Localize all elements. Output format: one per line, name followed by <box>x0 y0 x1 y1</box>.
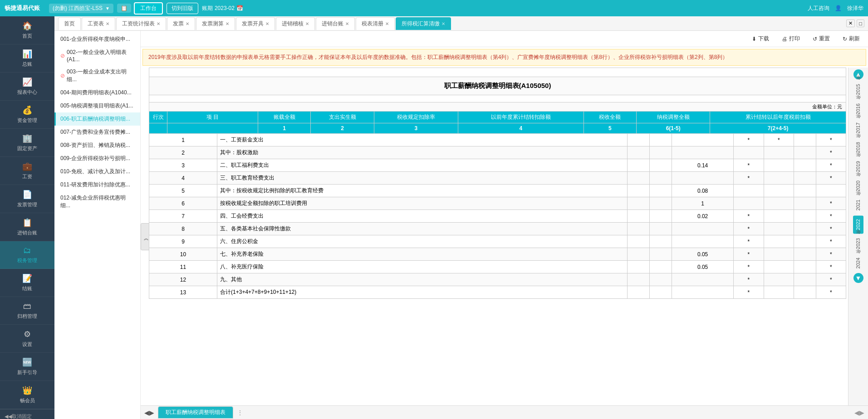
close-tab-invoice[interactable]: ✕ <box>186 21 189 26</box>
table-container[interactable]: 职工薪酬纳税调整明细表(A105050) 金额单位：元 <box>147 68 848 405</box>
table-cell[interactable]: 五、各类基本社会保障性缴款 <box>217 223 628 235</box>
table-cell[interactable]: 三、职工教育经费支出 <box>217 172 628 185</box>
company-selector[interactable]: (勿删) 江西皓宝-LSS ▼ <box>49 4 113 13</box>
sidebar-item-home[interactable]: 🏠 首页 <box>0 16 54 44</box>
table-cell[interactable] <box>764 146 794 159</box>
left-menu-003[interactable]: ⊘ 003-一般企业成本支出明细... <box>54 65 140 86</box>
calendar-icon[interactable]: 📅 <box>236 5 243 11</box>
table-cell[interactable] <box>794 134 816 146</box>
table-cell[interactable] <box>672 134 733 146</box>
table-cell[interactable] <box>650 134 672 146</box>
sidebar-item-member[interactable]: 👑 畅会员 <box>0 381 54 409</box>
table-cell[interactable]: 七、补充养老保险 <box>217 248 628 261</box>
table-cell[interactable]: 8 <box>149 223 217 235</box>
table-cell[interactable]: 一、工资薪金支出 <box>217 134 628 146</box>
table-cell[interactable] <box>628 159 650 172</box>
table-cell[interactable]: 12 <box>149 273 217 286</box>
table-cell[interactable] <box>734 197 764 210</box>
table-cell[interactable]: * <box>734 235 764 248</box>
left-menu-011[interactable]: 011-研发费用加计扣除优惠... <box>54 178 140 191</box>
table-cell[interactable] <box>628 146 650 159</box>
close-all-tabs-btn[interactable]: ✕ <box>846 19 855 27</box>
table-cell[interactable] <box>794 235 816 248</box>
tab-tax-register[interactable]: 税表清册 ✕ <box>356 17 395 30</box>
sidebar-item-reports[interactable]: 📈 报表中心 <box>0 73 54 101</box>
table-cell[interactable]: * <box>816 146 846 159</box>
user-name[interactable]: 徐泽华 <box>847 5 863 12</box>
table-cell[interactable] <box>628 248 650 261</box>
table-cell[interactable]: 1 <box>672 197 733 210</box>
sidebar-item-purchase-sales[interactable]: 📋 进销台账 <box>0 213 54 241</box>
table-cell[interactable] <box>628 261 650 273</box>
table-cell[interactable] <box>794 273 816 286</box>
close-tab-purchase-audit[interactable]: ✕ <box>305 21 309 26</box>
table-cell[interactable] <box>794 185 816 197</box>
table-cell[interactable] <box>672 235 733 248</box>
table-cell[interactable] <box>734 146 764 159</box>
scroll-table-right-btn[interactable]: ▶ <box>859 409 864 416</box>
left-menu-005[interactable]: 005-纳税调整项目明细表(A1... <box>54 99 140 112</box>
table-cell[interactable] <box>650 197 672 210</box>
table-cell[interactable] <box>628 235 650 248</box>
left-menu-006[interactable]: 006-职工薪酬纳税调整明细... <box>54 112 140 126</box>
left-menu-004[interactable]: 004-期间费用明细表(A1040... <box>54 86 140 99</box>
table-cell[interactable] <box>650 235 672 248</box>
table-cell[interactable] <box>650 210 672 223</box>
bottom-tab-salary-adjust[interactable]: 职工薪酬纳税调整明细表 <box>158 406 233 419</box>
table-cell[interactable] <box>794 210 816 223</box>
table-cell[interactable]: * <box>816 197 846 210</box>
table-cell[interactable]: * <box>734 172 764 185</box>
table-cell[interactable] <box>764 286 794 299</box>
sidebar-item-assets[interactable]: 🏢 固定资产 <box>0 129 54 157</box>
year-2015[interactable]: 2015年 <box>853 80 863 98</box>
table-cell[interactable] <box>650 261 672 273</box>
download-button[interactable]: ⬇ 下载 <box>749 34 772 44</box>
table-cell[interactable] <box>650 185 672 197</box>
table-cell[interactable] <box>650 273 672 286</box>
table-cell[interactable] <box>628 286 650 299</box>
sidebar-item-tax[interactable]: 🗂 税务管理 <box>0 241 54 269</box>
close-tab-income-tax[interactable]: ✕ <box>441 21 445 26</box>
table-cell[interactable]: 0.05 <box>672 261 733 273</box>
table-cell[interactable] <box>794 223 816 235</box>
table-cell[interactable] <box>816 185 846 197</box>
table-cell[interactable]: * <box>734 261 764 273</box>
table-cell[interactable] <box>794 146 816 159</box>
tab-income-tax[interactable]: 所得税汇算清缴 ✕ <box>396 17 451 30</box>
table-cell[interactable]: 1 <box>149 134 217 146</box>
table-cell[interactable]: 5 <box>149 185 217 197</box>
table-cell[interactable] <box>764 210 794 223</box>
table-cell[interactable] <box>764 248 794 261</box>
refresh-button[interactable]: ↻ 刷新 <box>840 34 863 44</box>
table-cell[interactable] <box>764 223 794 235</box>
table-cell[interactable] <box>650 172 672 185</box>
year-2020[interactable]: 2020年 <box>853 177 863 195</box>
tab-invoice-issue[interactable]: 发票开具 ✕ <box>236 17 275 30</box>
sidebar-item-archive[interactable]: 🗃 归档管理 <box>0 297 54 325</box>
table-cell[interactable] <box>650 146 672 159</box>
table-cell[interactable]: 11 <box>149 261 217 273</box>
tab-home[interactable]: 首页 <box>58 17 81 30</box>
table-cell[interactable]: * <box>816 134 846 146</box>
year-2023[interactable]: 2023年 <box>853 234 863 253</box>
table-cell[interactable]: 0.02 <box>672 210 733 223</box>
table-cell[interactable] <box>764 172 794 185</box>
left-menu-008[interactable]: 008-资产折旧、摊销及纳税... <box>54 139 140 152</box>
table-cell[interactable] <box>764 185 794 197</box>
more-sheets-btn[interactable]: ⋮ <box>237 409 243 416</box>
sidebar-item-settings[interactable]: ⚙ 设置 <box>0 325 54 353</box>
left-menu-009[interactable]: 009-企业所得税弥补亏损明... <box>54 152 140 165</box>
year-2024[interactable]: 2024年 <box>853 254 863 272</box>
sidebar-item-newbie[interactable]: 🆕 新手引导 <box>0 353 54 381</box>
table-cell[interactable] <box>628 172 650 185</box>
tab-payroll[interactable]: 工资表 ✕ <box>82 17 115 30</box>
sidebar-item-funds[interactable]: 💰 资金管理 <box>0 101 54 129</box>
sidebar-item-salary[interactable]: 💼 工资 <box>0 157 54 185</box>
table-cell[interactable]: 四、工会经费支出 <box>217 210 628 223</box>
year-2018[interactable]: 2018年 <box>853 138 863 156</box>
table-cell[interactable] <box>764 273 794 286</box>
table-cell[interactable]: * <box>816 273 846 286</box>
table-cell[interactable] <box>628 210 650 223</box>
table-cell[interactable]: 按税收规定全额扣除的职工培训费用 <box>217 197 628 210</box>
table-cell[interactable] <box>764 261 794 273</box>
